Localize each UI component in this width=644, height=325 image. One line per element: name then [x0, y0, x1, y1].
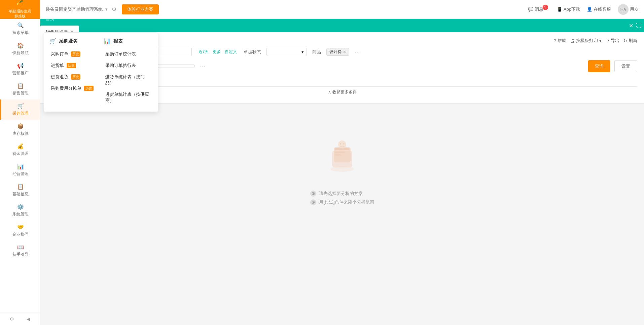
purchase-col-label: 采购业务 — [59, 38, 78, 44]
item-label: 进货单统计表（按商品） — [105, 74, 151, 86]
report-item-进货单统计表（按供应商）[interactable]: 进货单统计表（按供应商） — [104, 89, 153, 106]
item-label: 采购费用分摊单 — [51, 85, 81, 91]
item-label: 采购订单 — [51, 51, 68, 57]
purchase-col-icon: 🛒 — [49, 38, 56, 44]
history-badge: 历史 — [67, 63, 76, 68]
item-label: 进货单 — [51, 63, 64, 69]
report-col-title: 📊 报表 — [104, 38, 153, 44]
item-label: 进货退货 — [51, 74, 68, 80]
report-item-进货单统计表（按商品）[interactable]: 进货单统计表（按商品） — [104, 71, 153, 89]
purchase-item-采购费用分摊单[interactable]: 采购费用分摊单历史 — [49, 83, 98, 94]
purchase-col-title: 🛒 采购业务 — [49, 38, 98, 44]
report-col: 📊 报表 采购订单统计表采购订单执行表进货单统计表（按商品）进货单统计表（按供应… — [104, 38, 153, 106]
history-badge: 历史 — [84, 86, 94, 91]
purchase-item-采购订单[interactable]: 采购订单历史 — [49, 48, 98, 60]
purchase-col: 🛒 采购业务 采购订单历史进货单历史进货退货历史采购费用分摊单历史 — [49, 38, 98, 106]
item-label: 采购订单执行表 — [105, 63, 136, 69]
history-badge: 历史 — [71, 51, 80, 57]
dropdown-menu: 🛒 采购业务 采购订单历史进货单历史进货退货历史采购费用分摊单历史 📊 报表 采… — [44, 32, 158, 112]
report-col-icon: 📊 — [104, 38, 111, 44]
history-badge: 历史 — [71, 74, 80, 80]
item-label: 进货单统计表（按供应商） — [105, 91, 151, 104]
report-col-label: 报表 — [113, 38, 123, 44]
report-item-采购订单执行表[interactable]: 采购订单执行表 — [104, 60, 153, 71]
purchase-item-进货单[interactable]: 进货单历史 — [49, 60, 98, 71]
dropdown-cols: 🛒 采购业务 采购订单历史进货单历史进货退货历史采购费用分摊单历史 📊 报表 采… — [49, 38, 152, 106]
col-divider — [101, 38, 101, 106]
purchase-item-进货退货[interactable]: 进货退货历史 — [49, 71, 98, 83]
item-label: 采购订单统计表 — [105, 51, 136, 57]
report-item-采购订单统计表[interactable]: 采购订单统计表 — [104, 48, 153, 60]
